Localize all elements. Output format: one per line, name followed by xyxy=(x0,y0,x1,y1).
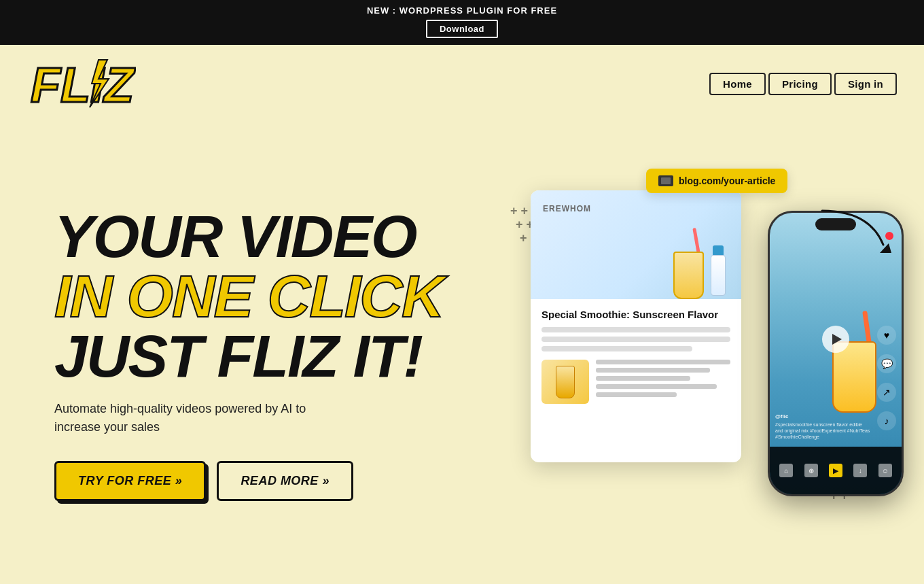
logo-svg: FLIZ xyxy=(27,53,136,114)
sunscreen-bottle xyxy=(709,241,728,296)
tiktok-like-icon[interactable]: ♥ xyxy=(877,326,896,345)
url-icon-inner xyxy=(661,177,671,184)
tiktok-caption: #specialsmoothie sunscreen flavor edible… xyxy=(775,422,871,440)
phone-profile-icon[interactable]: ☺ xyxy=(878,464,892,477)
nav-pricing[interactable]: Pricing xyxy=(768,73,832,95)
text-line xyxy=(596,376,690,381)
article-image-area: EREWHOM xyxy=(531,190,741,299)
text-line xyxy=(596,392,677,397)
thumb-cup xyxy=(556,366,575,398)
tiktok-music-icon[interactable]: ♪ xyxy=(877,411,896,430)
nav-links: Home Pricing Sign in xyxy=(709,73,897,95)
nav-home[interactable]: Home xyxy=(709,73,766,95)
download-button[interactable]: Download xyxy=(426,20,498,38)
article-thumb-row xyxy=(541,360,730,404)
svg-text:FLIZ: FLIZ xyxy=(31,58,136,112)
bottle-cap xyxy=(713,245,724,255)
text-line xyxy=(596,384,717,389)
url-text: blog.com/your-article xyxy=(679,175,775,186)
phone-download-icon[interactable]: ↓ xyxy=(853,464,867,477)
hero-section: YOUR VIDEO IN ONE CLICK JUST FLIZ IT! Au… xyxy=(0,122,924,584)
phone-tiktok-icon[interactable]: ▶ xyxy=(829,464,842,477)
navbar: FLIZ Home Pricing Sign in xyxy=(0,45,924,122)
cup-body xyxy=(673,252,704,299)
article-title: Special Smoothie: Sunscreen Flavor xyxy=(541,309,730,320)
article-line xyxy=(541,346,692,351)
url-icon xyxy=(658,175,673,186)
phone-home-icon[interactable]: ⌂ xyxy=(779,464,793,477)
hero-subtitle: Automate high-quality videos powered by … xyxy=(54,400,340,436)
read-more-button[interactable]: READ MORE » xyxy=(217,461,353,501)
hero-illustration: + + + + + + + + + blog.com/your-article … xyxy=(510,177,883,530)
plus-decoration-3: + xyxy=(520,231,527,245)
try-for-free-button[interactable]: TRY FOR FREE » xyxy=(54,461,206,501)
hero-title-line1: YOUR VIDEO xyxy=(54,207,510,267)
article-mockup: EREWHOM Special Smoothie: Sunscreen Flav… xyxy=(531,190,741,462)
tiktok-username: @flic xyxy=(775,413,871,419)
top-banner: NEW : WORDPRESS PLUGIN FOR FREE Download xyxy=(0,0,924,45)
article-line xyxy=(541,337,730,342)
tiktok-comment-icon[interactable]: 💬 xyxy=(877,354,896,373)
plus-decoration-1: + + xyxy=(510,204,528,218)
tiktok-caption-area: @flic #specialsmoothie sunscreen flavor … xyxy=(775,413,871,440)
url-tooltip: blog.com/your-article xyxy=(646,169,787,193)
article-line xyxy=(541,327,730,332)
hero-title-line3: JUST FLIZ IT! xyxy=(54,326,510,386)
article-thumbnail xyxy=(541,360,589,404)
tiktok-share-icon[interactable]: ↗ xyxy=(877,383,896,402)
phone-bottom-nav: ⌂ ⊕ ▶ ↓ ☺ xyxy=(770,447,902,494)
play-icon xyxy=(832,334,842,345)
bottle-body xyxy=(711,255,726,296)
logo[interactable]: FLIZ xyxy=(27,53,136,114)
tiktok-sidebar: ♥ 💬 ↗ ♪ xyxy=(877,326,896,430)
banner-text: NEW : WORDPRESS PLUGIN FOR FREE xyxy=(11,5,913,16)
hero-title-line2: IN ONE CLICK xyxy=(54,267,510,326)
hero-cta-buttons: TRY FOR FREE » READ MORE » xyxy=(54,461,510,501)
text-line xyxy=(596,368,710,373)
nav-signin[interactable]: Sign in xyxy=(834,73,897,95)
article-text-lines xyxy=(596,360,730,397)
phone-search-icon[interactable]: ⊕ xyxy=(804,464,818,477)
play-button[interactable] xyxy=(822,326,849,353)
article-lines xyxy=(541,327,730,351)
erewhon-label: EREWHOM xyxy=(543,204,591,213)
hero-content-left: YOUR VIDEO IN ONE CLICK JUST FLIZ IT! Au… xyxy=(54,207,510,501)
arrow-icon xyxy=(815,204,897,258)
svg-marker-2 xyxy=(880,243,891,253)
smoothie-cup xyxy=(670,231,707,299)
text-line xyxy=(596,360,730,364)
article-content: Special Smoothie: Sunscreen Flavor xyxy=(531,299,741,413)
